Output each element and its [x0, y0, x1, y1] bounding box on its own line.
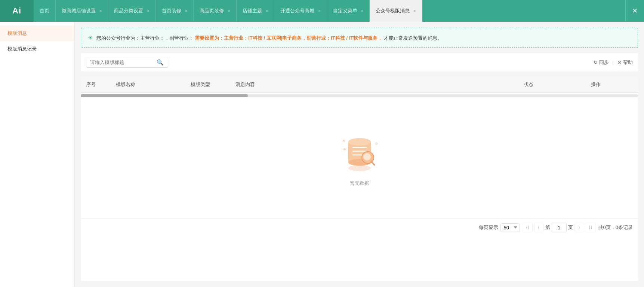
tab-close-icon[interactable]: ×: [318, 9, 320, 13]
th-type: 模版类型: [185, 77, 230, 92]
th-content: 消息内容: [230, 77, 518, 92]
svg-point-10: [375, 142, 378, 145]
page-unit: 页: [568, 224, 573, 231]
prev-page-button[interactable]: ⟨: [534, 223, 544, 232]
last-page-button[interactable]: ⟩⟩: [586, 223, 595, 232]
nav-tab-open-mall[interactable]: 开通公众号商城×: [274, 0, 327, 22]
per-page-selector: 每页显示 102050100: [479, 223, 520, 232]
table-body: 暂无数据: [81, 99, 638, 219]
th-name: 模版名称: [111, 77, 185, 92]
banner-suffix: 才能正常发送预置的消息。: [384, 35, 442, 41]
tab-close-icon[interactable]: ×: [228, 9, 230, 13]
divider: |: [613, 59, 614, 65]
nav-tab-home-decor[interactable]: 首页装修×: [156, 0, 194, 22]
toolbar-right: ↻ 同步 | ⊙ 帮助: [594, 59, 633, 66]
app-logo: Ai: [0, 0, 34, 22]
first-page-icon: ⟨⟨: [526, 225, 530, 230]
tab-close-icon[interactable]: ×: [266, 9, 268, 13]
total-label: 共0页，0条记录: [598, 224, 633, 231]
help-button[interactable]: ⊙ 帮助: [617, 59, 633, 66]
help-icon: ⊙: [617, 59, 622, 65]
nav-tab-home[interactable]: 首页: [34, 0, 56, 22]
sidebar-item-template-record[interactable]: 模版消息记录: [0, 41, 74, 57]
svg-point-0: [348, 165, 371, 171]
banner-highlight: 需要设置为：主营行业：IT科技 / 互联网|电子商务，副营行业：IT科技 / I…: [195, 35, 382, 41]
nav-tab-store-settings[interactable]: 微商城店铺设置×: [56, 0, 108, 22]
nav-tab-product-decor[interactable]: 商品页装修×: [194, 0, 236, 22]
per-page-label: 每页显示: [479, 224, 498, 231]
sidebar-item-template-msg[interactable]: 模版消息: [0, 25, 74, 41]
toolbar: 🔍 ↻ 同步 | ⊙ 帮助: [81, 53, 638, 71]
global-close-button[interactable]: ✕: [625, 0, 644, 22]
nav-tabs: 首页微商城店铺设置×商品分类设置×首页装修×商品页装修×店铺主题×开通公众号商城…: [34, 0, 625, 22]
search-button[interactable]: 🔍: [154, 58, 167, 67]
info-banner: ☀ 您的公众号行业为：主营行业：，副营行业： 需要设置为：主营行业：IT科技 /…: [81, 28, 638, 48]
svg-point-7: [363, 153, 371, 161]
banner-prefix: 您的公众号行业为：主营行业：，副营行业：: [96, 35, 194, 41]
horizontal-scrollbar[interactable]: [81, 94, 638, 97]
next-page-button[interactable]: ⟩: [574, 223, 584, 232]
next-page-icon: ⟩: [578, 225, 580, 230]
search-input[interactable]: [86, 57, 154, 67]
sync-icon: ↻: [594, 59, 598, 65]
page-nav: ⟨⟨ ⟨ 第 页 ⟩ ⟩⟩: [523, 223, 595, 232]
nav-tab-custom-menu[interactable]: 自定义菜单×: [327, 0, 370, 22]
search-box[interactable]: 🔍: [86, 57, 168, 68]
last-page-icon: ⟩⟩: [589, 225, 592, 230]
table-header: 序号模版名称模版类型消息内容状态操作: [81, 77, 638, 93]
content-area: ☀ 您的公众号行业为：主营行业：，副营行业： 需要设置为：主营行业：IT科技 /…: [75, 22, 644, 287]
empty-illustration: [337, 131, 382, 175]
top-nav: Ai 首页微商城店铺设置×商品分类设置×首页装修×商品页装修×店铺主题×开通公众…: [0, 0, 644, 22]
nav-tab-category-settings[interactable]: 商品分类设置×: [108, 0, 155, 22]
nav-tab-template-msg[interactable]: 公众号模版消息×: [370, 0, 422, 22]
pagination-bar: 每页显示 102050100 ⟨⟨ ⟨ 第 页 ⟩: [81, 219, 638, 236]
tab-close-icon[interactable]: ×: [147, 9, 149, 13]
svg-line-8: [371, 161, 375, 165]
per-page-select[interactable]: 102050100: [500, 223, 520, 232]
help-label: 帮助: [623, 59, 633, 66]
prev-page-icon: ⟨: [538, 225, 540, 230]
tab-close-icon[interactable]: ×: [361, 9, 363, 13]
empty-text: 暂无数据: [350, 180, 369, 187]
tab-close-icon[interactable]: ×: [413, 9, 416, 13]
page-number-input[interactable]: [552, 223, 567, 232]
sidebar: 模版消息模版消息记录: [0, 22, 75, 287]
th-action: 操作: [586, 77, 638, 92]
svg-point-1: [348, 138, 371, 146]
table-container: 序号模版名称模版类型消息内容状态操作: [81, 77, 638, 281]
th-status: 状态: [518, 77, 586, 92]
nav-tab-store-theme[interactable]: 店铺主题×: [237, 0, 274, 22]
svg-point-9: [343, 148, 346, 150]
scrollbar-thumb: [81, 94, 248, 97]
page-label: 第: [545, 224, 550, 231]
empty-state: 暂无数据: [337, 116, 382, 202]
tab-close-icon[interactable]: ×: [99, 9, 102, 13]
main-layout: 模版消息模版消息记录 ☀ 您的公众号行业为：主营行业：，副营行业： 需要设置为：…: [0, 22, 644, 287]
sync-label: 同步: [599, 59, 609, 66]
first-page-button[interactable]: ⟨⟨: [523, 223, 533, 232]
th-seq: 序号: [81, 77, 111, 92]
tab-close-icon[interactable]: ×: [185, 9, 187, 13]
bulb-icon: ☀: [88, 34, 93, 41]
sync-button[interactable]: ↻ 同步: [594, 59, 609, 66]
